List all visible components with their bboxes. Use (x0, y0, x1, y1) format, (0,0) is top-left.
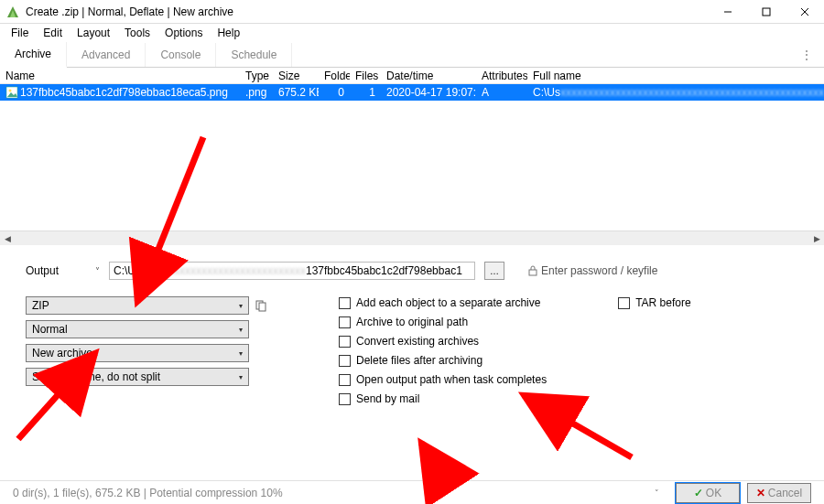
kebab-menu-icon[interactable]: ⋮ (789, 48, 824, 62)
col-folders[interactable]: Folders (319, 68, 350, 84)
image-file-icon (5, 86, 18, 99)
file-files: 1 (350, 86, 381, 99)
open-output-checkbox[interactable] (339, 374, 351, 386)
svg-line-12 (421, 443, 449, 485)
file-name: 137fbbc45babc1c2df798ebbac18eca5.png (20, 86, 228, 99)
browse-button[interactable]: … (484, 262, 504, 280)
split-select[interactable]: Single volume, do not split▾ (26, 368, 249, 386)
file-list: 137fbbc45babc1c2df798ebbac18eca5.png .pn… (0, 84, 824, 231)
chevron-down-icon[interactable]: ˅ (655, 488, 659, 498)
menubar: File Edit Layout Tools Options Help (0, 24, 824, 42)
open-output-label: Open output path when task completes (356, 373, 547, 386)
menu-file[interactable]: File (4, 25, 36, 41)
file-type: .png (240, 86, 273, 99)
archive-options-panel: Output ˅ C:\Usxxxxxxxxxxxxxxxxxxxxxxxxxx… (0, 245, 824, 405)
column-headers: Name Type Size Folders Files Date/time A… (0, 68, 824, 84)
status-text: 0 dir(s), 1 file(s), 675.2 KB | Potentia… (13, 487, 283, 499)
horizontal-scrollbar[interactable]: ◀ ▶ (0, 231, 824, 245)
separate-label: Add each object to a separate archive (356, 296, 540, 309)
ok-button[interactable]: ✓OK (676, 483, 740, 503)
col-size[interactable]: Size (273, 68, 319, 84)
lock-icon (528, 265, 537, 276)
mail-label: Send by mail (356, 392, 419, 405)
original-label: Archive to original path (356, 316, 468, 328)
chevron-down-icon: ▾ (239, 349, 243, 358)
tabbar: Archive Advanced Console Schedule ⋮ (0, 42, 824, 68)
tar-before-checkbox[interactable] (618, 297, 630, 309)
tab-archive[interactable]: Archive (0, 42, 67, 68)
col-files[interactable]: Files (350, 68, 381, 84)
delete-label: Delete files after archiving (356, 354, 482, 367)
tab-console[interactable]: Console (146, 43, 216, 67)
scroll-right-icon[interactable]: ▶ (809, 231, 824, 246)
col-type[interactable]: Type (240, 68, 273, 84)
scroll-left-icon[interactable]: ◀ (0, 231, 15, 246)
chevron-down-icon: ▾ (239, 373, 243, 381)
svg-rect-1 (763, 8, 770, 16)
convert-checkbox[interactable] (339, 336, 351, 348)
col-attributes[interactable]: Attributes (476, 68, 527, 84)
menu-help[interactable]: Help (210, 25, 247, 41)
convert-label: Convert existing archives (356, 335, 479, 348)
menu-edit[interactable]: Edit (36, 25, 70, 41)
separate-archive-checkbox[interactable] (339, 297, 351, 309)
check-icon: ✓ (694, 487, 703, 499)
copy-icon[interactable] (255, 299, 267, 312)
svg-point-5 (9, 90, 12, 92)
x-icon: ✕ (756, 487, 765, 499)
chevron-down-icon: ▾ (239, 302, 243, 310)
file-size: 675.2 KB (273, 86, 319, 99)
tar-label: TAR before (635, 296, 690, 309)
level-select[interactable]: Normal▾ (26, 320, 249, 338)
col-name[interactable]: Name (0, 68, 240, 84)
minimize-button[interactable] (709, 0, 747, 24)
file-fullname: C:\Usxxxxxxxxxxxxxxxxxxxxxxxxxxxxxxxxxxx… (527, 86, 824, 99)
cancel-button[interactable]: ✕Cancel (747, 483, 811, 503)
app-icon (5, 5, 20, 19)
col-datetime[interactable]: Date/time (381, 68, 476, 84)
password-link[interactable]: Enter password / keyfile (528, 264, 657, 277)
maximize-button[interactable] (747, 0, 786, 24)
table-row[interactable]: 137fbbc45babc1c2df798ebbac18eca5.png .pn… (0, 84, 824, 101)
output-path-input[interactable]: C:\Usxxxxxxxxxxxxxxxxxxxxxxxxxxxxxx137fb… (109, 262, 475, 280)
mail-checkbox[interactable] (339, 393, 351, 405)
file-attr: A (476, 86, 527, 99)
mode-select[interactable]: New archive▾ (26, 344, 249, 362)
menu-layout[interactable]: Layout (70, 25, 117, 41)
output-row: Output ˅ C:\Usxxxxxxxxxxxxxxxxxxxxxxxxxx… (26, 262, 798, 280)
file-folders: 0 (319, 86, 350, 99)
tab-advanced[interactable]: Advanced (67, 43, 146, 67)
original-path-checkbox[interactable] (339, 316, 351, 328)
file-datetime: 2020-04-17 19:07:08 (381, 86, 476, 99)
chevron-down-icon: ▾ (239, 326, 243, 334)
svg-rect-6 (529, 270, 537, 275)
format-select[interactable]: ZIP▾ (26, 296, 249, 315)
menu-tools[interactable]: Tools (117, 25, 157, 41)
output-label: Output (26, 264, 86, 277)
col-fullname[interactable]: Full name (527, 68, 824, 84)
statusbar: 0 dir(s), 1 file(s), 675.2 KB | Potentia… (0, 480, 824, 504)
tab-schedule[interactable]: Schedule (216, 43, 292, 67)
delete-checkbox[interactable] (339, 355, 351, 367)
menu-options[interactable]: Options (157, 25, 210, 41)
chevron-down-icon[interactable]: ˅ (95, 266, 100, 276)
close-button[interactable] (786, 0, 824, 24)
svg-rect-8 (259, 303, 266, 311)
titlebar: Create .zip | Normal, Deflate | New arch… (0, 0, 824, 24)
window-title: Create .zip | Normal, Deflate | New arch… (26, 5, 709, 18)
